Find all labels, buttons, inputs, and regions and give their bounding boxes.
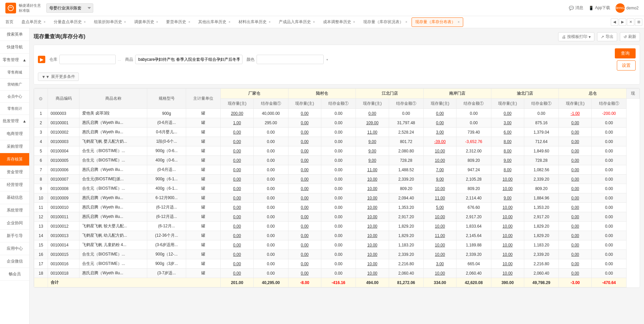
td-t-qty[interactable]: 0.00 xyxy=(559,137,592,146)
td-c3-qty[interactable]: 10.00 xyxy=(356,193,389,203)
td-c3-qty[interactable]: 10.00 xyxy=(356,250,389,259)
sidebar-item-11[interactable]: 资金管理 xyxy=(0,166,29,179)
tab-close-icon[interactable]: × xyxy=(353,20,355,24)
td-t-qty[interactable]: 0.00 xyxy=(559,165,592,175)
sidebar-item-17[interactable]: 应用中心 xyxy=(0,242,29,255)
td-c3-qty[interactable]: 11.00 xyxy=(356,128,389,137)
td-c4-qty[interactable]: 10.00 xyxy=(424,156,457,165)
tab-item-3[interactable]: 组装折卸单历史× xyxy=(90,17,130,27)
td-c1-qty[interactable]: 0.00 xyxy=(221,240,254,250)
tab-item-5[interactable]: 要货单历史× xyxy=(162,17,194,27)
messages-btn[interactable]: 💬 消息 xyxy=(569,5,583,11)
td-c1-qty[interactable]: 0.00 xyxy=(221,259,254,269)
td-c2-qty[interactable]: 0.00 xyxy=(288,118,321,128)
td-c2-qty[interactable]: 0.00 xyxy=(288,222,321,231)
td-t-qty[interactable]: 0.00 xyxy=(559,146,592,156)
td-c2-qty[interactable]: 0.00 xyxy=(288,240,321,250)
td-c2-qty[interactable]: 0.00 xyxy=(288,128,321,137)
td-c3-qty[interactable]: 109.00 xyxy=(356,118,389,128)
sidebar-item-2[interactable]: 零售管理▲ xyxy=(0,54,29,66)
sidebar-item-10[interactable]: 库存核算 xyxy=(0,153,29,166)
tab-close-icon[interactable]: × xyxy=(269,20,271,24)
sidebar-item-14[interactable]: 系统管理 xyxy=(0,204,29,217)
sidebar-item-15[interactable]: 企业协同 xyxy=(0,217,29,230)
td-c4-qty[interactable]: 3.00 xyxy=(424,259,457,269)
td-c4-qty[interactable]: 9.00 xyxy=(424,175,457,184)
tab-close-icon[interactable]: × xyxy=(188,20,190,24)
export-btn[interactable]: ↗ 导出 xyxy=(597,32,617,41)
td-c1-qty[interactable]: 0.00 xyxy=(221,137,254,146)
td-c1-qty[interactable]: 0.00 xyxy=(221,231,254,240)
td-c5-qty[interactable]: 10.00 xyxy=(491,250,524,259)
tab-item-2[interactable]: 分量盘点单历史× xyxy=(50,17,90,27)
td-c5-qty[interactable]: 10.00 xyxy=(491,240,524,250)
tab-item-11[interactable]: 现存量（库存分布表）× xyxy=(412,17,463,27)
td-t-qty[interactable]: 0.00 xyxy=(559,128,592,137)
user-menu-btn[interactable]: demo2 demo2 xyxy=(615,3,639,13)
tab-item-10[interactable]: 现存量（库存状况表）× xyxy=(360,17,411,27)
th-settings[interactable]: ⚙ xyxy=(34,89,48,109)
td-c2-qty[interactable]: 0.00 xyxy=(288,137,321,146)
td-c2-qty[interactable]: 0.00 xyxy=(288,269,321,278)
td-c2-qty[interactable]: 0.00 xyxy=(288,203,321,212)
sidebar-item-12[interactable]: 经营管理 xyxy=(0,179,29,191)
td-c5-qty[interactable]: 6.00 xyxy=(491,128,524,137)
sidebar-item-0[interactable]: 搜索英单 xyxy=(0,28,29,41)
td-c2-qty[interactable]: 0.00 xyxy=(288,259,321,269)
td-c2-qty[interactable]: 0.00 xyxy=(288,175,321,184)
td-c5-qty[interactable]: 8.00 xyxy=(491,137,524,146)
print-btn[interactable]: 🖨 按模板打印 ▾ xyxy=(558,32,594,41)
td-c3-qty[interactable]: 10.00 xyxy=(356,175,389,184)
td-t-qty[interactable]: 0.00 xyxy=(559,222,592,231)
td-t-qty[interactable]: 0.00 xyxy=(559,193,592,203)
industry-selector[interactable]: 母婴行业演示陈套 xyxy=(46,3,93,13)
td-c5-qty[interactable]: 10.00 xyxy=(491,269,524,278)
filter-expand-btn[interactable]: ▶ xyxy=(38,56,45,63)
td-c3-qty[interactable]: 10.00 xyxy=(356,222,389,231)
goods-input[interactable] xyxy=(135,55,243,64)
td-c4-qty[interactable]: 7.00 xyxy=(424,165,457,175)
td-c5-qty[interactable]: 10.00 xyxy=(491,259,524,269)
td-c1-qty[interactable]: 0.00 xyxy=(221,193,254,203)
td-t-qty[interactable]: 0.00 xyxy=(559,118,592,128)
app-download-btn[interactable]: 📱 App下载 xyxy=(589,5,610,11)
td-c1-qty[interactable]: 0.00 xyxy=(221,146,254,156)
tab-close-icon[interactable]: × xyxy=(406,20,408,24)
td-c1-qty[interactable]: 0.00 xyxy=(221,269,254,278)
td-c1-qty[interactable]: 1.00 xyxy=(221,118,254,128)
tab-prev-btn[interactable]: ◀ xyxy=(611,18,618,26)
td-t-qty[interactable]: 0.00 xyxy=(559,156,592,165)
td-c5-qty[interactable]: 3.00 xyxy=(491,118,524,128)
td-c4-qty[interactable]: 0.00 xyxy=(424,109,457,118)
td-t-qty[interactable]: -1.00 xyxy=(559,109,592,118)
td-t-qty[interactable]: 0.00 xyxy=(559,212,592,222)
td-c2-qty[interactable]: 0.00 xyxy=(288,156,321,165)
tab-item-0[interactable]: 首页 xyxy=(2,17,17,27)
td-c5-qty[interactable]: 10.00 xyxy=(491,212,524,222)
td-c5-qty[interactable]: 10.00 xyxy=(491,175,524,184)
sidebar-item-19[interactable]: 畅会员 xyxy=(0,268,29,281)
td-t-qty[interactable]: 0.00 xyxy=(559,259,592,269)
td-c3-qty[interactable]: 10.00 xyxy=(356,259,389,269)
sidebar-item-5[interactable]: 会员中心 xyxy=(0,91,29,103)
td-c2-qty[interactable]: 0.00 xyxy=(288,193,321,203)
td-c1-qty[interactable]: 200.00 xyxy=(221,109,254,118)
td-c4-qty[interactable]: 11.00 xyxy=(424,231,457,240)
td-c4-qty[interactable]: 10.00 xyxy=(424,250,457,259)
tab-item-9[interactable]: 成本调整单历史× xyxy=(319,17,359,27)
td-c4-qty[interactable]: 10.00 xyxy=(424,146,457,156)
tab-close-icon[interactable]: × xyxy=(124,20,126,24)
tab-close-icon[interactable]: × xyxy=(313,20,315,24)
td-c3-qty[interactable]: 10.00 xyxy=(356,184,389,193)
td-c5-qty[interactable]: 8.00 xyxy=(491,165,524,175)
color-input[interactable] xyxy=(257,55,324,64)
td-c4-qty[interactable]: 11.00 xyxy=(424,193,457,203)
td-c3-qty[interactable]: 9.00 xyxy=(356,156,389,165)
td-c4-qty[interactable]: 10.00 xyxy=(424,269,457,278)
td-c4-qty[interactable]: -39.00 xyxy=(424,137,457,146)
sidebar-item-9[interactable]: 采购管理 xyxy=(0,140,29,153)
td-c1-qty[interactable]: 0.00 xyxy=(221,212,254,222)
td-c3-qty[interactable]: 11.00 xyxy=(356,165,389,175)
td-t-qty[interactable]: 0.00 xyxy=(559,240,592,250)
tab-close-icon[interactable]: × xyxy=(156,20,158,24)
